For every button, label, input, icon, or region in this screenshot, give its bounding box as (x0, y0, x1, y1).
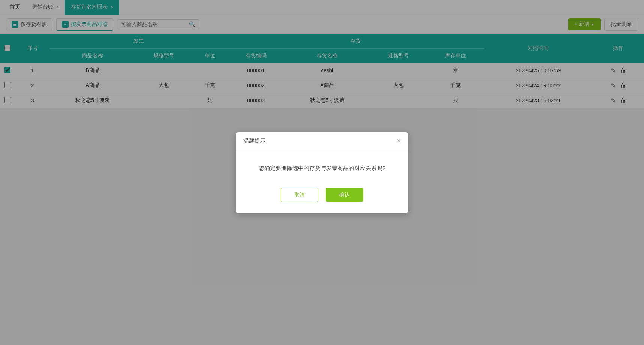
main-content: 序号 发票 存货 对照时间 操作 (0, 34, 644, 108)
dialog-overlay: 温馨提示 × 您确定要删除选中的存货与发票商品的对应关系吗? 取消 确认 (0, 0, 644, 108)
